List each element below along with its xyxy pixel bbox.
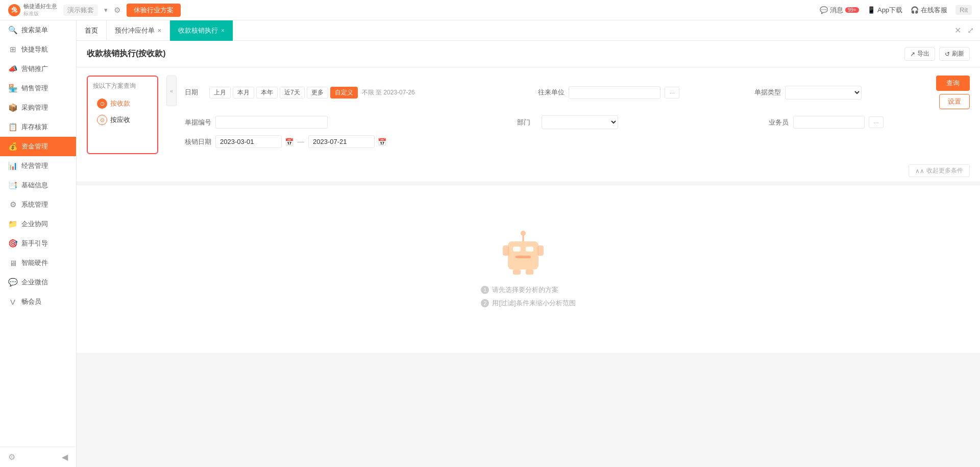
sidebar-item-member[interactable]: V 畅会员 — [0, 292, 76, 311]
query-row-2: 单据编号 部门 业务员 ··· — [185, 115, 970, 129]
empty-state: 1 请先选择要分析的方案 2 用[过滤]条件来缩小分析范围 — [77, 185, 980, 353]
date-btn-custom[interactable]: 自定义 — [330, 87, 358, 99]
filter-option-by-receivable[interactable]: ⊙ 按应收 — [93, 112, 152, 128]
sidebar-item-enterprise[interactable]: 📁 企业协同 — [0, 214, 76, 234]
sidebar-item-hardware[interactable]: 🖥 智能硬件 — [0, 253, 76, 273]
svg-rect-5 — [537, 245, 544, 256]
receipt-icon: ⊙ — [97, 99, 107, 109]
doc-type-select[interactable] — [785, 86, 862, 100]
tab-collection[interactable]: 收款核销执行 × — [170, 20, 233, 41]
target-icon: 🎯 — [8, 239, 17, 248]
tab-home[interactable]: 首页 — [77, 20, 107, 41]
verify-date-start[interactable] — [215, 135, 282, 148]
tab-collection-close[interactable]: × — [221, 27, 225, 34]
search-icon: 🔍 — [8, 26, 17, 35]
verify-date-end[interactable] — [308, 135, 375, 148]
tab-close-all-icon[interactable]: ✕ — [952, 23, 963, 37]
app-logo: 兔 畅捷通好生意 标准版 — [8, 3, 57, 17]
sidebar-item-operations[interactable]: 📊 经营管理 — [0, 156, 76, 176]
sidebar-label-operations: 经营管理 — [21, 161, 48, 170]
clipboard-icon: 📋 — [8, 122, 17, 132]
sidebar-item-sales[interactable]: 🏪 销售管理 — [0, 79, 76, 98]
sidebar-item-quick-nav[interactable]: ⊞ 快捷导航 — [0, 40, 76, 59]
date-btn-this-month[interactable]: 本月 — [233, 87, 254, 99]
svg-rect-7 — [526, 269, 533, 275]
date-btn-this-year[interactable]: 本年 — [256, 87, 278, 99]
bottom-settings-icon[interactable]: ⚙ — [8, 452, 15, 462]
settings-icon[interactable]: ⚙ — [114, 6, 120, 15]
sidebar-label-enterprise: 企业协同 — [21, 219, 48, 229]
message-badge: 99+ — [845, 7, 859, 13]
sidebar-item-inventory[interactable]: 📋 库存核算 — [0, 117, 76, 137]
sidebar-item-basic-info[interactable]: 📑 基础信息 — [0, 176, 76, 195]
svg-point-9 — [521, 231, 526, 236]
partner-field: 往来单位 ··· — [538, 86, 744, 99]
date-btn-7days[interactable]: 近7天 — [280, 87, 305, 99]
main-content: 首页 预付冲应付单 × 收款核销执行 × ✕ ⤢ 收款核销执行(按收款) ↗ 导… — [77, 20, 980, 467]
sidebar-label-search-menu: 搜索菜单 — [21, 26, 48, 35]
cal-end-icon[interactable]: 📅 — [378, 138, 386, 146]
doc-no-label: 单据编号 — [185, 118, 211, 127]
verify-date-start-group: 📅 — [215, 135, 293, 148]
sidebar-label-finance: 资金管理 — [21, 142, 48, 151]
staff-field: 业务员 ··· — [769, 116, 970, 129]
company-dropdown-icon[interactable]: ▾ — [104, 6, 108, 14]
page-header-actions: ↗ 导出 ↺ 刷新 — [904, 47, 970, 61]
sidebar-item-wechat[interactable]: 💬 企业微信 — [0, 273, 76, 292]
staff-ellipsis-btn[interactable]: ··· — [869, 116, 884, 128]
collapse-filter-btn[interactable]: « — [166, 76, 177, 106]
staff-label: 业务员 — [769, 118, 789, 127]
sidebar-label-guide: 新手引导 — [21, 239, 48, 248]
logo-icon: 兔 — [8, 4, 20, 16]
doc-no-input[interactable] — [215, 116, 328, 129]
dept-field: 部门 — [517, 115, 758, 129]
verify-date-field: 核销日期 📅 — 📅 — [185, 135, 970, 148]
date-label: 日期 — [185, 88, 205, 97]
refresh-btn[interactable]: ↺ 刷新 — [939, 47, 970, 61]
date-btn-last-month[interactable]: 上月 — [209, 87, 231, 99]
settings-btn[interactable]: 设置 — [939, 94, 970, 109]
partner-ellipsis-btn[interactable]: ··· — [665, 87, 679, 99]
doc-type-field: 单据类型 — [754, 86, 926, 100]
app-download-action[interactable]: 📱 App下载 — [867, 6, 902, 15]
collapse-more-btn[interactable]: ∧∧ 收起更多条件 — [909, 164, 970, 177]
dept-select[interactable] — [542, 115, 618, 129]
tab-maximize-icon[interactable]: ⤢ — [965, 23, 976, 37]
empty-hints: 1 请先选择要分析的方案 2 用[过滤]条件来缩小分析范围 — [481, 285, 575, 312]
export-btn[interactable]: ↗ 导出 — [904, 47, 935, 61]
sidebar-label-wechat: 企业微信 — [21, 278, 48, 287]
svg-rect-6 — [513, 269, 521, 275]
date-field: 日期 上月 本月 本年 近7天 更多 自定义 不限 至 2023-07-26 — [185, 87, 528, 99]
cal-start-icon[interactable]: 📅 — [285, 138, 293, 146]
sidebar-label-member: 畅会员 — [21, 297, 41, 306]
box-icon: 📦 — [8, 103, 17, 112]
online-service-action[interactable]: 🎧 在线客服 — [911, 6, 947, 15]
query-btn[interactable]: 查询 — [936, 76, 970, 91]
collapse-sidebar-icon[interactable]: ◀ — [62, 452, 68, 462]
message-action[interactable]: 💬 消息 99+ — [820, 6, 859, 15]
sidebar-label-basic-info: 基础信息 — [21, 181, 48, 190]
user-name[interactable]: Rit — [955, 5, 972, 15]
sidebar-item-finance[interactable]: 💰 资金管理 — [0, 137, 76, 156]
sidebar-item-guide[interactable]: 🎯 新手引导 — [0, 234, 76, 253]
date-btn-more[interactable]: 更多 — [307, 87, 328, 99]
partner-input[interactable] — [569, 86, 660, 99]
tab-prepay[interactable]: 预付冲应付单 × — [107, 20, 170, 41]
filter-option-by-receipt[interactable]: ⊙ 按收款 — [93, 95, 152, 112]
folder-icon: 📁 — [8, 219, 17, 229]
sidebar-item-system[interactable]: ⚙ 系统管理 — [0, 195, 76, 214]
svg-rect-0 — [508, 241, 538, 269]
industry-btn[interactable]: 休验行业方案 — [127, 4, 181, 17]
message-icon: 💬 — [820, 6, 828, 14]
collapse-more-bar: ∧∧ 收起更多条件 — [77, 162, 980, 181]
sidebar-item-search-menu[interactable]: 🔍 搜索菜单 — [0, 20, 76, 40]
sidebar-item-purchase[interactable]: 📦 采购管理 — [0, 98, 76, 117]
export-icon: ↗ — [910, 51, 915, 58]
doc-no-field: 单据编号 — [185, 116, 507, 129]
sidebar-item-marketing[interactable]: 📣 营销推广 — [0, 59, 76, 79]
tab-prepay-close[interactable]: × — [158, 27, 161, 34]
staff-input[interactable] — [793, 116, 865, 129]
company-name[interactable]: 演示账套 — [63, 5, 98, 16]
top-bar-left: 兔 畅捷通好生意 标准版 演示账套 ▾ ⚙ 休验行业方案 — [8, 3, 181, 17]
filter-area: 按以下方案查询 ⊙ 按收款 ⊙ 按应收 « 日期 — [77, 67, 980, 162]
